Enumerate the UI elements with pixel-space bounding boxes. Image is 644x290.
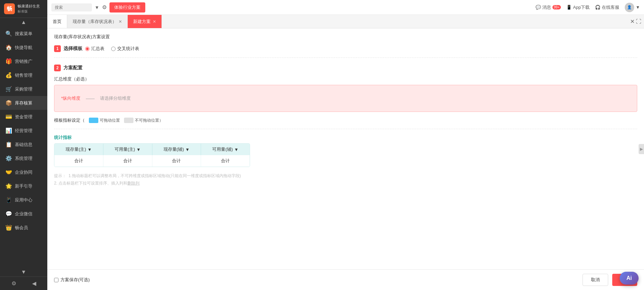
right-panel-toggle[interactable]: ▶	[639, 144, 644, 154]
sidebar-bottom: ⚙ ◀	[0, 276, 47, 290]
sidebar-item-sales[interactable]: 💰 销售管理	[0, 68, 47, 82]
sidebar-item-enterprise[interactable]: 🤝 企业协同	[0, 165, 47, 179]
stats-col-2-label: 可用量(主)	[115, 146, 135, 152]
tab-inventory-status[interactable]: 现存量（库存状况表） ✕	[67, 15, 128, 28]
wechat-icon: 💬	[5, 211, 12, 217]
basic-info-icon: 📋	[5, 141, 12, 148]
content-area: 现存量(库存状况表)方案设置 1 选择模板 汇总表 交叉统计表	[47, 28, 644, 269]
topbar-right: 💬 消息 99+ 📱 App下载 🎧 在线客服 👤 ▼	[536, 3, 640, 12]
stats-col-2-header[interactable]: 可用量(主) ▼	[103, 144, 152, 155]
sidebar-item-basic-info-label: 基础信息	[15, 142, 32, 148]
chevron-down-icon: ▼	[636, 5, 640, 10]
step1-title: 选择模板	[64, 46, 82, 52]
tab-new-scheme-close[interactable]: ✕	[153, 19, 156, 24]
tip-link[interactable]: 删除列	[127, 181, 140, 186]
tab-home[interactable]: 首页	[47, 15, 67, 28]
ai-button[interactable]: Ai	[620, 272, 639, 285]
sidebar-item-quick-nav[interactable]: 🏠 快捷导航	[0, 41, 47, 54]
messages-btn[interactable]: 💬 消息 99+	[536, 4, 561, 10]
sidebar-item-purchase[interactable]: 🛒 采购管理	[0, 82, 47, 96]
stats-col-4-chevron: ▼	[234, 147, 239, 152]
trial-btn[interactable]: 体验行业方案	[109, 2, 145, 13]
radio-cross[interactable]: 交叉统计表	[111, 46, 139, 52]
stats-col-3-chevron: ▼	[185, 147, 190, 152]
topbar-gear-btn[interactable]: ⚙	[102, 4, 107, 10]
sidebar-item-search-menu[interactable]: 🔍 搜索菜单	[0, 27, 47, 41]
tips-section: 提示： 1.拖动标题栏可以调整布局，不可跨维度或指标区域拖动(只能在同一维度或指…	[54, 172, 637, 187]
main-area: ▼ ⚙ 体验行业方案 💬 消息 99+ 📱 App下载 🎧 在线客服 👤	[47, 0, 644, 290]
stats-cell-1-1: 合计	[54, 155, 103, 167]
save-checkbox[interactable]	[54, 278, 58, 282]
dimension-required-text: *纵向维度	[61, 95, 80, 101]
stats-col-3-header[interactable]: 现存量(辅) ▼	[152, 144, 201, 155]
step1-number: 1	[54, 45, 61, 52]
sidebar-item-wechat-label: 企业微信	[15, 211, 32, 217]
step2-title: 方案配置	[64, 65, 82, 71]
sidebar-item-marketing-label: 营销推广	[15, 58, 32, 65]
sidebar-item-finance[interactable]: 💳 资金管理	[0, 110, 47, 124]
tab-new-scheme[interactable]: 新建方案 ✕	[128, 15, 162, 28]
radio-summary-input[interactable]	[85, 47, 90, 51]
enterprise-icon: 🤝	[5, 169, 12, 175]
sidebar-item-wechat[interactable]: 💬 企业微信	[0, 207, 47, 221]
sidebar-item-marketing[interactable]: 🎁 营销推广	[0, 54, 47, 68]
app-download-btn[interactable]: 📱 App下载	[566, 4, 590, 10]
stats-cell-1-3: 合计	[152, 155, 201, 167]
app-edition: 标准版	[18, 9, 40, 14]
window-close-btn[interactable]: ✕	[630, 18, 635, 25]
quick-nav-icon: 🏠	[5, 44, 12, 51]
newbie-icon: 🌟	[5, 183, 12, 189]
sidebar-item-inventory[interactable]: 📦 库存核算	[0, 96, 47, 110]
save-checkbox-label[interactable]: 方案保存(可选)	[54, 277, 90, 283]
stats-col-4-header[interactable]: 可用量(辅) ▼	[201, 144, 250, 155]
sidebar-item-app-center[interactable]: 📱 应用中心	[0, 193, 47, 207]
sidebar-item-purchase-label: 采购管理	[15, 86, 32, 92]
save-label: 方案保存(可选)	[60, 277, 90, 283]
settings-btn[interactable]: ⚙	[11, 280, 16, 287]
stats-col-1-label: 现存量(主)	[66, 146, 86, 152]
radio-summary-label: 汇总表	[91, 46, 104, 52]
sidebar-item-basic-info[interactable]: 📋 基础信息	[0, 138, 47, 151]
purchase-icon: 🛒	[5, 86, 12, 92]
tab-inventory-status-label: 现存量（库存状况表）	[73, 19, 117, 25]
inventory-icon: 📦	[5, 100, 12, 106]
app-center-icon: 📱	[5, 197, 12, 203]
stats-table-header: 现存量(主) ▼ 可用量(主) ▼ 现存量(辅) ▼ 可用量(辅)	[54, 144, 250, 155]
radio-cross-input[interactable]	[111, 47, 116, 51]
stats-cell-1-2: 合计	[103, 155, 152, 167]
step1-section: 1 选择模板 汇总表 交叉统计表	[54, 45, 637, 58]
stats-col-1-chevron: ▼	[88, 147, 92, 152]
sidebar-item-system[interactable]: ⚙️ 系统管理	[0, 151, 47, 165]
topbar-search-input[interactable]	[51, 3, 92, 11]
fixed-label: 不可拖动位置）	[135, 118, 163, 123]
online-service-btn[interactable]: 🎧 在线客服	[595, 4, 619, 10]
member-icon: 👑	[5, 224, 12, 231]
sales-icon: 💰	[5, 72, 12, 78]
tab-inventory-status-close[interactable]: ✕	[119, 19, 122, 24]
dimension-placeholder: 请选择分组维度	[100, 95, 131, 101]
sidebar-scroll-down-btn[interactable]: ▼	[0, 268, 47, 276]
topbar-dropdown-btn[interactable]: ▼	[95, 5, 99, 10]
cancel-button[interactable]: 取消	[583, 274, 608, 286]
tabs-bar: 首页 现存量（库存状况表） ✕ 新建方案 ✕ ✕ ⛶	[47, 15, 644, 28]
stats-col-1-header[interactable]: 现存量(主) ▼	[54, 144, 103, 155]
sidebar-item-newbie[interactable]: 🌟 新手引导	[0, 179, 47, 193]
sidebar-scroll-up-btn[interactable]: ▲	[0, 18, 47, 27]
sidebar-item-operations[interactable]: 📊 经营管理	[0, 124, 47, 138]
window-expand-btn[interactable]: ⛶	[636, 18, 641, 25]
step1-divider	[54, 57, 637, 58]
sidebar-item-operations-label: 经营管理	[15, 128, 32, 134]
tab-home-label: 首页	[53, 19, 61, 25]
stats-col-3-label: 现存量(辅)	[164, 146, 184, 152]
tip-2: 2. 点击标题栏下拉可设置排序、插入列和删除列	[54, 180, 637, 187]
avatar-area[interactable]: 👤 ▼	[625, 3, 640, 12]
step2-number: 2	[54, 65, 61, 71]
dimension-area: 汇总维度（必选） *纵向维度 —— 请选择分组维度	[54, 76, 637, 112]
radio-summary[interactable]: 汇总表	[85, 46, 104, 52]
avatar: 👤	[625, 3, 634, 12]
collapse-btn[interactable]: ◀	[32, 280, 36, 287]
sidebar-item-member[interactable]: 👑 畅会员	[0, 221, 47, 235]
messages-label: 消息	[542, 4, 551, 10]
sidebar-item-search-menu-label: 搜索菜单	[15, 31, 32, 37]
app-download-icon: 📱	[566, 5, 572, 10]
